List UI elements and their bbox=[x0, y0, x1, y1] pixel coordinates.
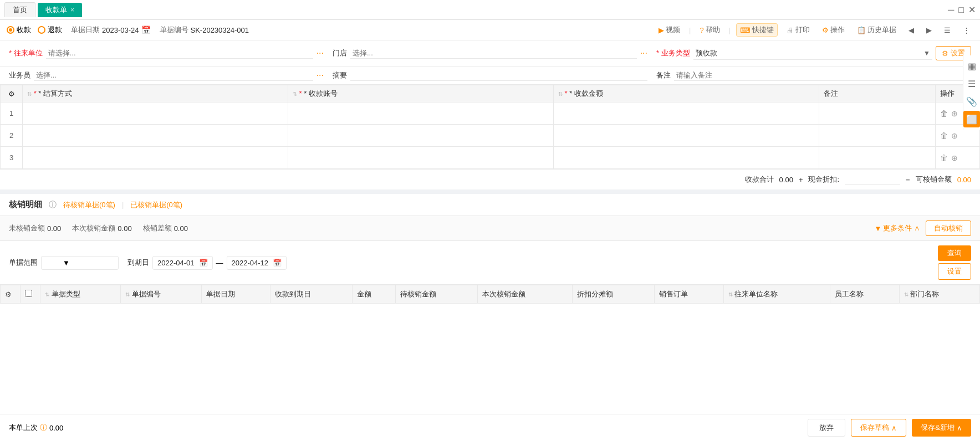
window-controls: ─ □ ✕ bbox=[948, 4, 976, 15]
pending-amount-header: 待核销金额 bbox=[395, 285, 477, 304]
close-tab-icon[interactable]: × bbox=[70, 6, 74, 14]
layout-icon[interactable]: ☰ bbox=[941, 25, 954, 35]
discount-input[interactable] bbox=[845, 174, 900, 185]
save-new-button[interactable]: 保存&新增 ∧ bbox=[912, 419, 971, 437]
remark-3[interactable] bbox=[819, 147, 935, 169]
delete-row-2-icon[interactable]: 🗑 bbox=[940, 131, 948, 140]
copy-row-1-icon[interactable]: ⊕ bbox=[951, 109, 958, 118]
receipt-refund-toggle: 收款 退款 bbox=[7, 25, 62, 35]
radio-collect[interactable]: 收款 bbox=[7, 25, 31, 35]
business-type-arrow: ▼ bbox=[923, 49, 930, 57]
discount-amount-header: 折扣分摊额 bbox=[573, 285, 655, 304]
range-select[interactable]: ▼ bbox=[41, 256, 119, 270]
hexiao-header: 核销明细 ⓘ 待核销单据(0笔) | 已核销单据(0笔) bbox=[0, 194, 980, 216]
table-gear-header[interactable]: ⚙ bbox=[1, 85, 23, 102]
staff-input[interactable] bbox=[34, 70, 313, 81]
settlement-method-3[interactable] bbox=[23, 147, 288, 169]
staff-field: 业务员 ··· bbox=[9, 70, 324, 81]
shortcut-button[interactable]: ⌨ 快捷键 bbox=[736, 23, 778, 37]
hexiao-section: 核销明细 ⓘ 待核销单据(0笔) | 已核销单据(0笔) 未核销金额 0.00 … bbox=[0, 189, 980, 304]
save-draft-button[interactable]: 保存草稿 ∧ bbox=[851, 419, 906, 437]
copy-row-2-icon[interactable]: ⊕ bbox=[951, 131, 958, 140]
menu-icon[interactable]: ⋮ bbox=[959, 25, 973, 35]
more-conditions-btn[interactable]: ▼ 更多条件 ∧ bbox=[875, 223, 921, 233]
history-button[interactable]: 📋 历史单据 bbox=[854, 24, 900, 36]
due-date-from[interactable]: 2022-04-01 📅 bbox=[152, 256, 213, 270]
footer-buttons: 放弃 保存草稿 ∧ 保存&新增 ∧ bbox=[808, 419, 971, 437]
home-tab[interactable]: 首页 bbox=[4, 2, 35, 17]
hexiao-info-icon[interactable]: ⓘ bbox=[49, 200, 57, 210]
video-button[interactable]: ▶ 视频 bbox=[655, 24, 683, 36]
radio-refund[interactable]: 退款 bbox=[38, 25, 62, 35]
cal-icon-from: 📅 bbox=[199, 259, 208, 267]
radio-refund-dot bbox=[38, 26, 45, 34]
copy-row-3-icon[interactable]: ⊕ bbox=[951, 153, 958, 162]
summary-input[interactable] bbox=[350, 70, 647, 81]
due-date-to[interactable]: 2022-04-12 📅 bbox=[227, 256, 287, 270]
store-more-icon[interactable]: ··· bbox=[640, 49, 647, 58]
print-button[interactable]: 🖨 打印 bbox=[783, 24, 813, 36]
remark-input[interactable] bbox=[674, 70, 971, 81]
footer-info-icon[interactable]: ⓘ bbox=[40, 423, 47, 433]
staff-more-icon[interactable]: ··· bbox=[317, 71, 324, 80]
right-panel-list-icon[interactable]: ☰ bbox=[963, 75, 980, 92]
summary-field: 摘要 bbox=[333, 70, 647, 81]
gear-col-header[interactable]: ⚙ bbox=[1, 285, 21, 304]
right-panel-table-icon[interactable]: ▦ bbox=[963, 58, 980, 74]
settlement-method-2[interactable] bbox=[23, 125, 288, 147]
window-close-icon[interactable]: ✕ bbox=[968, 4, 976, 15]
window-max-icon[interactable]: □ bbox=[958, 5, 964, 15]
hexiao-table-area: ⚙ ⇅ 单据类型 ⇅ 单据编号 bbox=[0, 285, 980, 304]
receipt-account-2[interactable] bbox=[288, 125, 553, 147]
filter-row: 单据范围 ▼ 到期日 2022-04-01 📅 — 2022-04-12 � bbox=[0, 241, 980, 285]
receipt-account-1[interactable] bbox=[288, 102, 553, 125]
doc-number-header: ⇅ 单据编号 bbox=[121, 285, 201, 304]
next-icon[interactable]: ▶ bbox=[923, 25, 935, 35]
table-row: 3 🗑 ⊕ bbox=[1, 147, 980, 169]
select-all-checkbox[interactable] bbox=[25, 290, 32, 297]
staff-name-header: 员工名称 bbox=[830, 285, 899, 304]
pending-tab[interactable]: 待核销单据(0笔) bbox=[63, 200, 115, 210]
remark-1[interactable] bbox=[819, 102, 935, 125]
cal-icon-to: 📅 bbox=[273, 259, 282, 267]
draft-chevron-icon: ∧ bbox=[891, 424, 897, 432]
summary-row: 收款合计 0.00 + 现金折扣: = 可核销金额 0.00 bbox=[0, 169, 980, 189]
query-button[interactable]: 查询 bbox=[938, 245, 971, 261]
store-field: 门店 ··· bbox=[333, 46, 647, 60]
active-tab[interactable]: 收款单 × bbox=[38, 3, 82, 17]
abandon-button[interactable]: 放弃 bbox=[808, 419, 845, 437]
hexiao-stats: 未核销金额 0.00 本次核销金额 0.00 核销差额 0.00 ▼ 更多条件 … bbox=[0, 216, 980, 241]
receipt-amount-2[interactable] bbox=[553, 125, 819, 147]
settlement-method-1[interactable] bbox=[23, 102, 288, 125]
receipt-amount-3[interactable] bbox=[553, 147, 819, 169]
right-panel-clip-icon[interactable]: 📎 bbox=[963, 93, 980, 110]
help-button[interactable]: ? 帮助 bbox=[696, 24, 723, 36]
delete-row-3-icon[interactable]: 🗑 bbox=[940, 153, 948, 162]
filter-set-button[interactable]: 设置 bbox=[938, 263, 971, 280]
business-type-select[interactable]: 预收款 ▼ bbox=[693, 47, 932, 60]
counterparty-input[interactable] bbox=[46, 48, 313, 59]
receipt-table-area: ⚙ ⇅ * * 结算方式 ⇅ * * 收款账号 ⇅ * bbox=[0, 85, 980, 169]
amount-header: 金额 bbox=[353, 285, 396, 304]
delete-row-1-icon[interactable]: 🗑 bbox=[940, 109, 948, 118]
receipt-amount-1[interactable] bbox=[553, 102, 819, 125]
right-panel-scan-icon[interactable]: ⬜ bbox=[963, 111, 980, 127]
completed-tab[interactable]: 已核销单据(0笔) bbox=[130, 200, 182, 210]
row-number-1: 1 bbox=[1, 102, 23, 125]
store-input[interactable] bbox=[350, 48, 637, 59]
calendar-icon[interactable]: 📅 bbox=[141, 25, 151, 34]
remark-2[interactable] bbox=[819, 125, 935, 147]
counterparty-more-icon[interactable]: ··· bbox=[317, 49, 324, 58]
right-panel: ▦ ☰ 📎 ⬜ bbox=[963, 55, 980, 130]
doc-type-header: ⇅ 单据类型 bbox=[40, 285, 121, 304]
window-min-icon[interactable]: ─ bbox=[948, 5, 954, 15]
main-content: 收款 退款 单据日期 2023-03-24 📅 单据编号 SK-20230324… bbox=[0, 20, 980, 441]
operation-button[interactable]: ⚙ 操作 bbox=[819, 24, 848, 36]
auto-hexiao-button[interactable]: 自动核销 bbox=[926, 221, 971, 236]
checkbox-col-header bbox=[21, 285, 40, 304]
prev-icon[interactable]: ◀ bbox=[905, 25, 917, 35]
receipt-account-3[interactable] bbox=[288, 147, 553, 169]
settlement-method-header: ⇅ * * 结算方式 bbox=[23, 85, 288, 102]
row-number-2: 2 bbox=[1, 125, 23, 147]
row-number-3: 3 bbox=[1, 147, 23, 169]
